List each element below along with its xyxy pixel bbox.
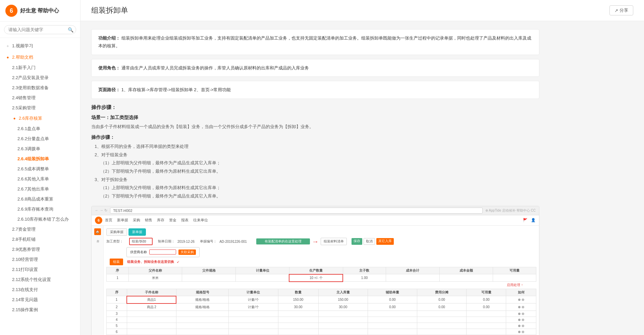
mock-ctd-cost1: 0.00	[417, 296, 466, 303]
mock-form-row-1: 加工类型： 组装/拆卸 制单日期： 2019-12-26 单据编号： AD-20…	[106, 238, 536, 245]
sidebar-item-2-7[interactable]: 2.7资金管理	[0, 224, 80, 234]
mock-cth-seq: 序	[107, 289, 127, 296]
mock-ctd-seq5: 5	[107, 323, 127, 329]
sidebar-item-2-4[interactable]: 2.4销售管理	[0, 93, 80, 103]
sidebar-item-2-15[interactable]: 2.15操作案例	[0, 305, 80, 315]
plus-icon: ＋	[5, 44, 10, 48]
sidebar-item-2-6-3[interactable]: 2.6.3调拨单	[0, 144, 80, 154]
sidebar-item-2-6-6[interactable]: 2.6.6其他入库单	[0, 174, 80, 184]
mock-ctd-avail6	[467, 329, 506, 335]
mock-table-header-row: 序 父件名称 父件规格 计量单位 生产数量 主子数 成本合计 成本金额 可用量	[107, 267, 536, 274]
mock-ctd-name4	[127, 317, 176, 323]
mock-ctd-aux5	[368, 323, 417, 329]
sidebar-item-2-2[interactable]: 2.2产品安装及登录	[0, 73, 80, 83]
mock-type-select: 组装/拆卸	[129, 238, 153, 245]
nav-section-2-6: ● 2.6库存核算 2.6.1盘点单 2.6.2分量盘点单 2.6.3调拨单 2…	[0, 113, 80, 224]
table-row: 4 ⊕ ⊖	[107, 317, 536, 323]
sidebar-item-2-6-5[interactable]: 2.6.5成本调整单	[0, 164, 80, 174]
sidebar-item-2-10[interactable]: 2.10经营管理	[0, 255, 80, 265]
mock-date-value: 2019-12-26	[177, 240, 195, 243]
sidebar-item-2-6[interactable]: ● 2.6库存核算	[0, 113, 80, 124]
mock-annotation-area: 有装配清单的在这里处理 → 组装材料清单 保存 取消 其它入库	[256, 238, 394, 245]
sidebar-item-2-6-1[interactable]: 2.6.1盘点单	[0, 124, 80, 134]
mock-enable-arrow: ↑	[521, 283, 523, 287]
mock-matlist-btn: 组装材料清单	[321, 238, 347, 245]
step-2: 2、对于组装业务	[91, 151, 539, 159]
sidebar-item-label-2-6: 2.6库存核算	[19, 115, 42, 121]
mock-form-header: 加工类型： 组装/拆卸 制单日期： 2019-12-26 单据编号： AD-20…	[106, 238, 536, 259]
sidebar-item-2-6-7[interactable]: 2.6.7其他出库单	[0, 184, 80, 194]
minus-icon-2-6: ●	[12, 116, 17, 121]
sidebar-item-2-6-4[interactable]: 2.6.4组装拆卸单	[0, 154, 80, 164]
mock-label-type: 加工类型：	[106, 239, 126, 244]
mock-tab-bar: 采购单据 新单据	[106, 228, 536, 236]
sidebar-item-2-13[interactable]: 2.13在线支付	[0, 285, 80, 295]
sidebar-item-label: 1.视频学习	[12, 43, 33, 49]
mock-right-icons: 🚩 👤	[523, 218, 536, 222]
search-input[interactable]	[4, 25, 76, 34]
sidebar-item-2-6-8[interactable]: 2.6.8商品成本重算	[0, 194, 80, 204]
mock-ctd-qty1: 150.00	[278, 296, 318, 303]
mock-ctd-spec5	[176, 323, 229, 329]
mock-form-area: 采购单据 新单据 加工类型： 组装/拆卸 制单日期： 2019-12-26 单据…	[104, 226, 539, 335]
sidebar-item-2-14[interactable]: 2.14常见问题	[0, 295, 80, 305]
mock-ctd-unit4	[229, 317, 278, 323]
sidebar-item-docs[interactable]: ● 2.帮助文档	[0, 52, 80, 63]
sidebar-item-2-11[interactable]: 2.11打印设置	[0, 265, 80, 275]
mock-table-child: 序 子件名称 规格型号 计量单位 数量 主入库量 辅助单量 费用分摊 可用量 如…	[106, 289, 536, 335]
mock-ctd-cost4	[417, 317, 466, 323]
sidebar-item-2-6-9[interactable]: 2.6.9库存账本查询	[0, 204, 80, 214]
mock-ctd-qty3	[278, 311, 318, 317]
mock-ctd-avail2: 0.00	[467, 303, 506, 311]
mock-popup: 供货商名称 关联采购	[126, 247, 200, 257]
mock-menu-inventory: 库存	[157, 218, 164, 223]
nav-sub-list-2-6: 2.6.1盘点单 2.6.2分量盘点单 2.6.3调拨单 2.6.4组装拆卸单 …	[0, 124, 80, 224]
mock-th-cost: 成本金额	[439, 267, 493, 274]
mock-ctd-seq3: 3	[107, 311, 127, 317]
content-area: 功能介绍： 组装拆卸单用来处理企业组装或拆卸等加工业务，支持有固定装配清单的产品…	[80, 21, 550, 335]
mock-child-header-row: 序 子件名称 规格型号 计量单位 数量 主入库量 辅助单量 费用分摊 可用量 如…	[107, 289, 536, 296]
mock-td-qty: 10 +/- 个	[289, 274, 343, 282]
mock-popup-input	[149, 249, 176, 255]
mock-ctd-aux2: 0.00	[368, 303, 417, 311]
mock-td-name: 米米	[128, 274, 182, 282]
mock-ctd-cost2: 0.00	[417, 303, 466, 311]
main-content: 组装拆卸单 ↗ 分享 功能介绍： 组装拆卸单用来处理企业组装或拆卸等加工业务，支…	[80, 0, 644, 335]
mock-ctd-qty5	[278, 323, 318, 329]
mock-ctd-unit5	[229, 323, 278, 329]
nav-section-1: ＋ 1.视频学习	[0, 41, 80, 51]
mock-ctd-seq2: 2	[107, 303, 127, 311]
step-1: 1、根据不同的业务，选择不同单据的类型来处理	[91, 143, 539, 151]
logo-area: 6 好生意 帮助中心	[0, 0, 80, 22]
sidebar-item-2-1[interactable]: 2.1新手入门	[0, 63, 80, 73]
mock-ctd-spec6	[176, 329, 229, 335]
sidebar-item-2-6-2[interactable]: 2.6.2分量盘点单	[0, 134, 80, 144]
sidebar-item-2-6-10[interactable]: 2.6.10库存账本错了怎么办	[0, 214, 80, 224]
step-3-sub-2: （2）下部明细为子件明细，最终作为产成品生成其它入库单。	[91, 192, 539, 201]
step-2-sub-1: （1）上部明细为父件明细，最终作为产成品生成其它入库单；	[91, 159, 539, 167]
mock-ctd-main3	[318, 311, 368, 317]
share-button[interactable]: ↗ 分享	[609, 5, 633, 15]
mock-ctd-aux3	[368, 311, 417, 317]
sidebar-item-2-3[interactable]: 2.3使用前数据准备	[0, 83, 80, 93]
sidebar-item-2-8[interactable]: 2.8手机旺铺	[0, 234, 80, 244]
mock-ctd-op4: ⊕ ⊖	[506, 317, 536, 323]
mock-url-bar: TEST-H002	[110, 208, 483, 214]
search-button[interactable]: 🔍	[68, 27, 73, 33]
mock-ctd-main5	[318, 323, 368, 329]
table-row: 1 商品1 规格/格格 计量/个 150.00 150.00 0.00 0.00…	[107, 296, 536, 303]
sidebar-item-2-9[interactable]: 2.9优惠券管理	[0, 244, 80, 255]
sidebar-item-video[interactable]: ＋ 1.视频学习	[0, 41, 80, 51]
sidebar-item-label: 2.帮助文档	[12, 54, 33, 60]
step-2-sub-2: （2）下部明细为子件明细，最终作为原材料生成其它出库单。	[91, 167, 539, 176]
mock-ctd-qty4	[278, 317, 318, 323]
nav-sub-list-2: 2.1新手入门 2.2产品安装及登录 2.3使用前数据准备 2.4销售管理 2.…	[0, 63, 80, 315]
intro-label: 功能介绍：	[98, 36, 120, 41]
mock-ctd-main6	[318, 329, 368, 335]
mock-ctd-op3: ⊕ ⊖	[506, 311, 536, 317]
sidebar-item-2-12[interactable]: 2.12系统个性化设置	[0, 275, 80, 285]
mock-cth-qty: 数量	[278, 289, 318, 296]
mock-tab-1: 采购单据	[106, 228, 127, 236]
sidebar-item-2-5[interactable]: 2.5采购管理	[0, 103, 80, 113]
mock-type-switch-bar: 组装	[110, 259, 123, 265]
